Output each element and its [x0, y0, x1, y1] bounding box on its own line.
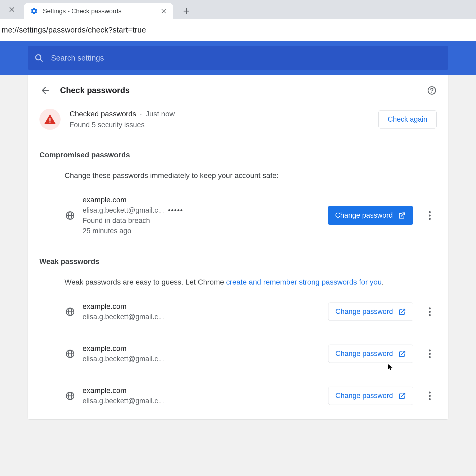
warning-icon	[44, 113, 56, 125]
site-name: example.com	[83, 386, 328, 395]
tab-strip: Settings - Check passwords	[0, 0, 476, 19]
button-label: Change password	[335, 308, 393, 316]
svg-point-23	[429, 311, 431, 313]
button-label: Change password	[335, 211, 393, 219]
page-title: Check passwords	[60, 86, 427, 95]
warning-badge	[39, 109, 61, 130]
username: elisa.g.beckett@gmail.c...	[83, 313, 328, 321]
settings-header	[0, 41, 476, 75]
more-vert-icon	[428, 391, 431, 400]
content-card: Check passwords Checked passwords · Just…	[28, 75, 448, 419]
svg-point-24	[429, 314, 431, 316]
close-icon	[8, 6, 15, 13]
site-icon	[65, 211, 76, 220]
weak-password-row: example.com elisa.g.beckett@gmail.c... C…	[39, 299, 437, 325]
username: elisa.g.beckett@gmail.c...	[83, 397, 328, 405]
more-vert-icon	[428, 211, 431, 220]
change-password-button[interactable]: Change password	[328, 387, 413, 405]
site-name: example.com	[83, 344, 328, 353]
address-bar[interactable]: me://settings/passwords/check?start=true	[0, 19, 476, 41]
more-vert-icon	[428, 349, 431, 358]
strong-passwords-link[interactable]: create and remember strong passwords for…	[226, 278, 382, 286]
change-password-button[interactable]: Change password	[328, 206, 413, 225]
open-external-icon	[398, 212, 406, 219]
summary-row: Checked passwords · Just now Found 5 sec…	[28, 104, 448, 139]
summary-time: Just now	[145, 110, 175, 118]
change-password-button[interactable]: Change password	[328, 345, 413, 363]
open-external-icon	[398, 392, 406, 400]
weak-password-row: example.com elisa.g.beckett@gmail.c... C…	[39, 341, 437, 367]
section-subtitle: Weak passwords are easy to guess. Let Ch…	[39, 278, 437, 286]
globe-icon	[65, 211, 75, 220]
subtitle-post: .	[382, 278, 384, 286]
svg-point-34	[429, 391, 431, 393]
close-icon[interactable]	[161, 8, 167, 14]
site-icon	[65, 307, 76, 317]
more-options-button[interactable]	[423, 389, 437, 403]
summary-detail: Found 5 security issues	[70, 121, 175, 129]
svg-point-18	[429, 218, 431, 220]
compromise-time: 25 minutes ago	[83, 227, 328, 235]
help-icon	[427, 86, 437, 95]
username: elisa.g.beckett@gmail.c...	[83, 355, 328, 363]
summary-label: Checked passwords	[70, 110, 136, 118]
help-button[interactable]	[427, 86, 437, 95]
site-name: example.com	[83, 196, 328, 204]
svg-line-7	[40, 59, 42, 61]
svg-point-16	[429, 211, 431, 213]
search-icon	[34, 53, 44, 63]
svg-point-17	[429, 214, 431, 216]
open-external-icon	[398, 308, 406, 316]
button-label: Change password	[335, 350, 393, 358]
page-header: Check passwords	[28, 75, 448, 104]
svg-point-36	[429, 398, 431, 400]
section-title: Compromised passwords	[39, 151, 437, 159]
svg-rect-11	[49, 118, 51, 121]
site-icon	[65, 391, 76, 401]
search-input[interactable]	[51, 54, 442, 62]
username: elisa.g.beckett@gmail.c...	[83, 206, 164, 214]
weak-password-row: example.com elisa.g.beckett@gmail.c... C…	[39, 383, 437, 409]
more-options-button[interactable]	[423, 209, 437, 222]
globe-icon	[65, 391, 75, 401]
back-button[interactable]	[39, 85, 49, 95]
section-title: Weak passwords	[39, 257, 437, 266]
svg-point-28	[429, 349, 431, 351]
more-options-button[interactable]	[423, 347, 437, 361]
change-password-button[interactable]: Change password	[328, 303, 413, 321]
compromised-section: Compromised passwords Change these passw…	[28, 139, 448, 239]
svg-rect-12	[49, 122, 51, 123]
password-mask: •••••	[168, 206, 183, 214]
more-options-button[interactable]	[423, 305, 437, 319]
svg-point-22	[429, 307, 431, 309]
compromised-password-row: example.com elisa.g.beckett@gmail.c... •…	[39, 192, 437, 239]
svg-point-10	[431, 92, 432, 93]
svg-point-29	[429, 353, 431, 355]
subtitle-pre: Weak passwords are easy to guess. Let Ch…	[65, 278, 226, 286]
separator: ·	[138, 110, 144, 118]
site-name: example.com	[83, 302, 328, 311]
cursor-pointer-icon	[387, 363, 394, 371]
active-tab[interactable]: Settings - Check passwords	[24, 3, 173, 19]
tab-title: Settings - Check passwords	[43, 7, 161, 15]
globe-icon	[65, 349, 75, 359]
button-label: Change password	[335, 392, 393, 400]
previous-tab-close[interactable]	[0, 0, 24, 19]
plus-icon	[182, 7, 190, 15]
site-icon	[65, 349, 76, 359]
gear-icon	[30, 7, 38, 15]
url-text: me://settings/passwords/check?start=true	[2, 26, 146, 34]
globe-icon	[65, 307, 75, 317]
svg-point-30	[429, 356, 431, 358]
weak-section: Weak passwords Weak passwords are easy t…	[28, 239, 448, 409]
section-subtitle: Change these passwords immediately to ke…	[39, 171, 437, 180]
settings-search[interactable]	[28, 46, 448, 70]
check-again-button[interactable]: Check again	[378, 110, 437, 129]
more-vert-icon	[428, 307, 431, 316]
new-tab-button[interactable]	[178, 3, 194, 19]
compromise-reason: Found in data breach	[83, 217, 328, 225]
svg-point-35	[429, 395, 431, 397]
summary-text: Checked passwords · Just now Found 5 sec…	[70, 110, 175, 129]
open-external-icon	[398, 350, 406, 358]
